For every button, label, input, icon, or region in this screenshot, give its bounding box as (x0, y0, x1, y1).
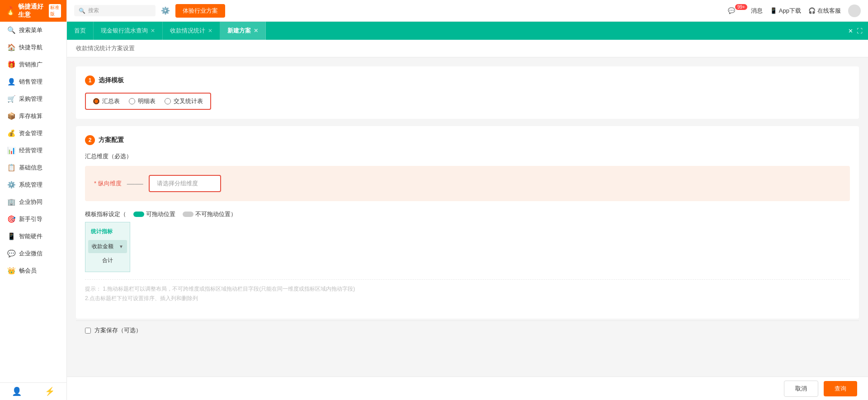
sidebar-item-operations[interactable]: 📊 经营管理 (0, 142, 66, 159)
tabbar: 首页 现金银行流水查询 ✕ 收款情况统计 ✕ 新建方案 ✕ ✕ ⛶ (67, 22, 868, 40)
sidebar-item-sales[interactable]: 👤 销售管理 (0, 73, 66, 90)
trial-btn[interactable]: 体验行业方案 (175, 4, 225, 18)
system-icon: ⚙️ (7, 181, 15, 189)
sidebar-item-inventory[interactable]: 📦 库存核算 (0, 108, 66, 125)
download-item[interactable]: 📱 App下载 (770, 7, 801, 15)
tab-cashflow[interactable]: 现金银行流水查询 ✕ (94, 22, 163, 40)
quick-nav-icon: 🏠 (7, 43, 15, 52)
page-header: 收款情况统计方案设置 (67, 40, 868, 57)
purchase-icon: 🛒 (7, 95, 15, 103)
dimension-select-placeholder: 请选择分组维度 (157, 180, 198, 187)
metrics-item-revenue-label: 收款金额 (92, 243, 113, 250)
tab-collection[interactable]: 收款情况统计 ✕ (163, 22, 220, 40)
sales-icon: 👤 (7, 78, 15, 86)
step1-number: 1 (85, 75, 95, 85)
radio-detail-input[interactable] (129, 98, 135, 104)
tabbar-controls: ✕ ⛶ (843, 22, 868, 40)
save-checkbox[interactable] (85, 328, 91, 334)
topbar-right: 💬 99+ 消息 📱 App下载 🎧 在线客服 (728, 5, 861, 17)
tab-new-plan[interactable]: 新建方案 ✕ (220, 22, 266, 40)
radio-detail-label: 明细表 (138, 97, 156, 105)
guide-icon: 🎯 (7, 215, 15, 223)
sidebar-bottom-item-1[interactable]: 👤 (12, 386, 22, 396)
sidebar-item-label-guide: 新手引导 (19, 215, 42, 223)
vertical-label: * 纵向维度 (94, 179, 122, 188)
radio-summary[interactable]: 汇总表 (93, 97, 120, 105)
cancel-button[interactable]: 取消 (784, 381, 818, 397)
main-area: 🔍 搜索 ⚙️ 体验行业方案 💬 99+ 消息 📱 App下载 🎧 在线客服 首… (67, 0, 868, 400)
search-icon: 🔍 (79, 8, 85, 14)
sidebar-item-corp[interactable]: 🏢 企业协同 (0, 193, 66, 211)
support-label: 在线客服 (817, 7, 841, 15)
download-icon: 📱 (770, 7, 777, 14)
tab-new-plan-label: 新建方案 (227, 27, 251, 35)
sidebar-logo: 🔥 畅捷通好生意 标准版 (0, 0, 66, 22)
query-button[interactable]: 查询 (824, 381, 857, 396)
sidebar-item-guide[interactable]: 🎯 新手引导 (0, 211, 66, 228)
draggable-label: 可拖动位置 (146, 210, 175, 218)
message-item[interactable]: 💬 99+ 消息 (728, 7, 763, 15)
support-item[interactable]: 🎧 在线客服 (808, 7, 841, 15)
tab-cashflow-close[interactable]: ✕ (151, 28, 155, 34)
sidebar-bottom: 👤 ⚡ (0, 382, 66, 400)
draggable-badge: 可拖动位置 (133, 210, 175, 218)
metrics-category-label: 统计指标 (85, 226, 130, 239)
sidebar-item-member[interactable]: 👑 畅会员 (0, 262, 66, 279)
corp-icon: 🏢 (7, 198, 15, 206)
operations-icon: 📊 (7, 146, 15, 155)
tab-new-plan-close[interactable]: ✕ (254, 28, 258, 34)
wechat-icon: 💬 (7, 249, 15, 258)
metrics-title-text: 模板指标设定（ (85, 210, 126, 218)
tip-line-2: 2.点击标题栏下拉可设置排序、插入列和删除列 (85, 295, 850, 302)
topbar-search[interactable]: 🔍 搜索 (74, 5, 156, 16)
tab-close-all-icon[interactable]: ✕ (848, 28, 853, 34)
radio-detail[interactable]: 明细表 (129, 97, 156, 105)
dimension-area: * 纵向维度 —— 请选择分组维度 (85, 166, 850, 201)
sidebar-item-finance[interactable]: 💰 资金管理 (0, 125, 66, 142)
message-label: 消息 (751, 7, 763, 15)
inventory-icon: 📦 (7, 112, 15, 120)
metrics-header: 模板指标设定（ 可拖动位置 不可拖动位置） (85, 210, 850, 218)
sidebar-item-quick-nav[interactable]: 🏠 快捷导航 (0, 39, 66, 56)
tab-cashflow-label: 现金银行流水查询 (101, 27, 148, 35)
tab-maximize-icon[interactable]: ⛶ (857, 28, 863, 34)
save-label: 方案保存（可选） (94, 326, 142, 334)
sidebar-item-label-wechat: 企业微信 (19, 249, 42, 258)
content-area: 收款情况统计方案设置 1 选择模板 汇总表 明细表 (67, 40, 868, 400)
sidebar-item-purchase[interactable]: 🛒 采购管理 (0, 90, 66, 108)
user-avatar[interactable] (848, 5, 861, 17)
message-icon: 💬 (728, 7, 735, 14)
sidebar-item-hardware[interactable]: 📱 智能硬件 (0, 228, 66, 245)
radio-cross-label: 交叉统计表 (174, 97, 203, 105)
tab-home[interactable]: 首页 (67, 22, 94, 40)
page-body: 1 选择模板 汇总表 明细表 交叉统计表 (67, 57, 868, 349)
dimension-row: * 纵向维度 —— 请选择分组维度 (94, 175, 841, 192)
template-select-group: 汇总表 明细表 交叉统计表 (85, 93, 211, 110)
sidebar-bottom-item-2[interactable]: ⚡ (45, 386, 55, 396)
radio-cross[interactable]: 交叉统计表 (165, 97, 203, 105)
sidebar-item-label-sales: 销售管理 (19, 78, 42, 86)
radio-summary-input[interactable] (93, 98, 99, 104)
metrics-section: 模板指标设定（ 可拖动位置 不可拖动位置） 统计指标 (85, 210, 850, 272)
sidebar-item-system[interactable]: ⚙️ 系统管理 (0, 176, 66, 193)
dimension-select[interactable]: 请选择分组维度 (149, 175, 221, 192)
sidebar-item-search[interactable]: 🔍 搜索菜单 (0, 22, 66, 39)
metrics-category: 统计指标 收款金额 ▼ 合计 (85, 222, 130, 272)
tab-collection-close[interactable]: ✕ (208, 28, 212, 34)
sidebar-item-wechat[interactable]: 💬 企业微信 (0, 245, 66, 262)
radio-cross-input[interactable] (165, 98, 171, 104)
metrics-item-revenue[interactable]: 收款金额 ▼ (88, 240, 127, 253)
settings-icon[interactable]: ⚙️ (161, 6, 170, 15)
logo-icon: 🔥 (5, 6, 15, 16)
support-icon: 🎧 (808, 7, 816, 14)
sidebar-item-label-marketing: 营销推广 (19, 61, 42, 69)
message-badge: 99+ (735, 4, 747, 10)
sidebar-item-basic[interactable]: 📋 基础信息 (0, 159, 66, 176)
basic-icon: 📋 (7, 164, 15, 172)
tab-collection-label: 收款情况统计 (170, 27, 205, 35)
radio-summary-label: 汇总表 (102, 97, 120, 105)
sidebar-item-marketing[interactable]: 🎁 营销推广 (0, 56, 66, 73)
step2-section: 2 方案配置 汇总维度（必选） * 纵向维度 —— 请选择分组维度 (76, 126, 859, 319)
finance-icon: 💰 (7, 129, 15, 137)
step1-header: 1 选择模板 (85, 75, 850, 85)
